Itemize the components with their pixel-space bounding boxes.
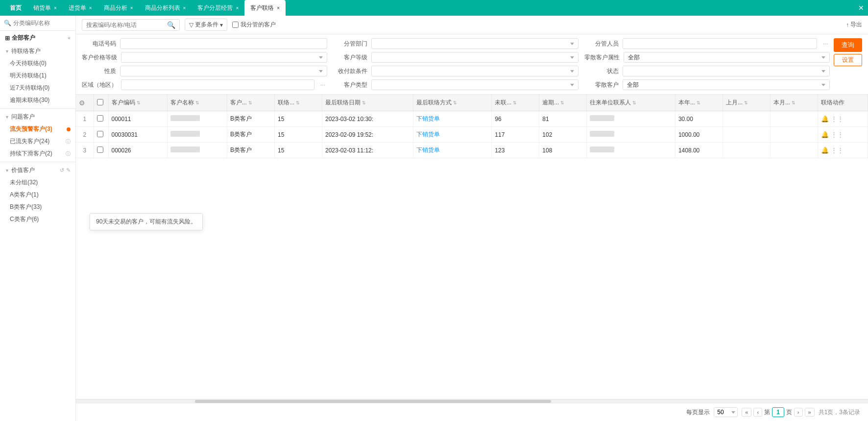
more-action-icon[interactable]: ⋮⋮ [831,147,844,154]
sidebar-group-value[interactable]: ▼ 价值客户 ↺ ✎ [0,164,75,176]
sort-contact-icon[interactable]: ⇅ [296,100,300,105]
first-page-button[interactable]: « [742,408,751,417]
tab-product-analysis-list[interactable]: 商品分析列表 × [139,0,192,16]
row-last-method[interactable]: 下销货单 [413,111,492,127]
search-button[interactable]: 🔍 [167,21,175,29]
sort-overdue-icon[interactable]: ⇅ [560,100,564,105]
sidebar-item-class-b[interactable]: B类客户(33) [0,201,75,213]
close-sales-tab[interactable]: × [54,5,57,11]
status-select[interactable] [623,66,830,76]
sidebar-item-decreasing[interactable]: 持续下滑客户(2) ⓘ [0,148,75,160]
sidebar-group-at-risk[interactable]: ▼ 问题客户 [0,111,75,123]
retail-select[interactable]: 全部 [623,79,830,90]
price-tier-select[interactable] [121,52,327,63]
contact-action-icon[interactable]: 🔔 [821,131,829,138]
row-last-method[interactable]: 下销货单 [413,143,492,158]
sort-not-contacted-icon[interactable]: ⇅ [513,100,517,105]
query-button[interactable]: 查询 [834,38,862,52]
phone-input[interactable] [120,38,327,49]
sort-type-icon[interactable]: ⇅ [248,100,252,105]
per-page-select[interactable]: 50 20 100 [714,407,738,417]
select-all-checkbox[interactable] [97,99,103,105]
tab-customer-tier[interactable]: 客户分层经营 × [192,0,244,16]
retail-attr-select[interactable]: 全部 [624,52,830,63]
col-settings[interactable]: ⚙ [76,95,94,111]
last-method-link[interactable]: 下销货单 [416,115,440,122]
region-input[interactable] [121,79,314,90]
my-customers-checkbox[interactable]: 我分管的客户 [232,21,276,29]
search-input[interactable] [86,22,167,28]
manager-dots[interactable]: ··· [821,40,830,47]
close-purchase-tab[interactable]: × [89,5,92,11]
more-action-icon[interactable]: ⋮⋮ [831,115,844,123]
manager-input[interactable] [623,38,817,49]
tab-customer-contact[interactable]: 客户联络 × [244,0,286,16]
sidebar-item-unclassified[interactable]: 未分组(32) [0,176,75,189]
close-window-button[interactable]: ✕ [858,4,864,12]
payment-select[interactable] [371,66,579,76]
sidebar-search-input[interactable] [13,20,72,26]
sidebar-item-churn-warning[interactable]: 流失预警客户(3) [0,123,75,135]
contact-action-icon[interactable]: 🔔 [821,115,829,123]
horizontal-scrollbar[interactable] [76,399,868,403]
sort-last-method-icon[interactable]: ⇅ [453,100,457,105]
close-product-analysis-tab[interactable]: × [130,5,133,11]
row-contact: 15 [274,127,322,143]
sort-this-month-icon[interactable]: ⇅ [792,100,796,105]
tab-sales[interactable]: 销货单 × [27,0,63,16]
prev-page-button[interactable]: ‹ [753,408,762,417]
my-customers-check[interactable] [232,22,239,28]
sidebar-item-today[interactable]: 今天待联络(0) [0,57,75,70]
row-check[interactable] [94,143,108,158]
sidebar-all-customers[interactable]: ⊞ 全部客户 « [0,31,75,45]
table-settings-icon[interactable]: ⚙ [79,99,85,107]
sidebar-group-pending-contact[interactable]: ▼ 待联络客户 [0,45,75,57]
close-customer-tier-tab[interactable]: × [236,5,239,11]
sort-name-icon[interactable]: ⇅ [195,100,199,105]
sidebar-item-overdue[interactable]: 逾期未联络(30) [0,94,75,106]
sidebar-item-class-c[interactable]: C类客户(6) [0,213,75,225]
tab-home[interactable]: 首页 [4,0,27,16]
close-product-analysis-list-tab[interactable]: × [183,5,186,11]
sidebar-item-class-a[interactable]: A类客户(1) [0,189,75,201]
row-checkbox[interactable] [97,115,103,122]
settings-button[interactable]: 设置 [834,54,862,66]
row-checkbox[interactable] [97,131,103,137]
sidebar-item-tomorrow[interactable]: 明天待联络(1) [0,70,75,82]
contact-action-icon[interactable]: 🔔 [821,147,829,154]
refresh-icon[interactable]: ↺ [60,167,64,173]
more-conditions-button[interactable]: ▽ 更多条件 ▾ [185,19,227,31]
phone-label: 电话号码 [82,40,116,48]
row-type: B类客户 [227,143,274,158]
sort-this-year-icon[interactable]: ⇅ [697,100,700,105]
row-checkbox[interactable] [97,147,103,153]
tab-purchase[interactable]: 进货单 × [63,0,98,16]
sort-last-date-icon[interactable]: ⇅ [362,100,366,105]
more-action-icon[interactable]: ⋮⋮ [831,131,844,138]
sidebar-divider-1 [0,108,75,109]
last-method-link[interactable]: 下销货单 [416,131,440,138]
scroll-thumb[interactable] [195,400,552,403]
sidebar-collapse-icon[interactable]: « [68,35,71,41]
export-button[interactable]: ↑ 导出 [846,21,862,29]
last-page-button[interactable]: » [805,408,815,417]
sort-unit-contact-icon[interactable]: ⇅ [632,100,636,105]
edit-icon[interactable]: ✎ [66,167,71,173]
sidebar-item-week[interactable]: 近7天待联络(0) [0,82,75,94]
row-last-method[interactable]: 下销货单 [413,127,492,143]
sort-code-icon[interactable]: ⇅ [137,100,141,105]
tab-product-analysis[interactable]: 商品分析 × [98,0,139,16]
sort-last-month-icon[interactable]: ⇅ [744,100,748,105]
dept-select[interactable] [371,38,579,49]
nature-select[interactable] [120,66,327,76]
close-customer-contact-tab[interactable]: × [277,5,280,11]
col-checkbox[interactable] [94,95,108,111]
last-method-link[interactable]: 下销货单 [416,147,440,153]
customer-type-select[interactable] [371,79,579,90]
next-page-button[interactable]: › [794,408,803,417]
region-dots[interactable]: ··· [318,81,327,88]
sidebar-item-churned[interactable]: 已流失客户(24) ⓘ [0,135,75,148]
row-check[interactable] [94,111,108,127]
row-check[interactable] [94,127,108,143]
customer-tier-select[interactable] [371,52,579,63]
